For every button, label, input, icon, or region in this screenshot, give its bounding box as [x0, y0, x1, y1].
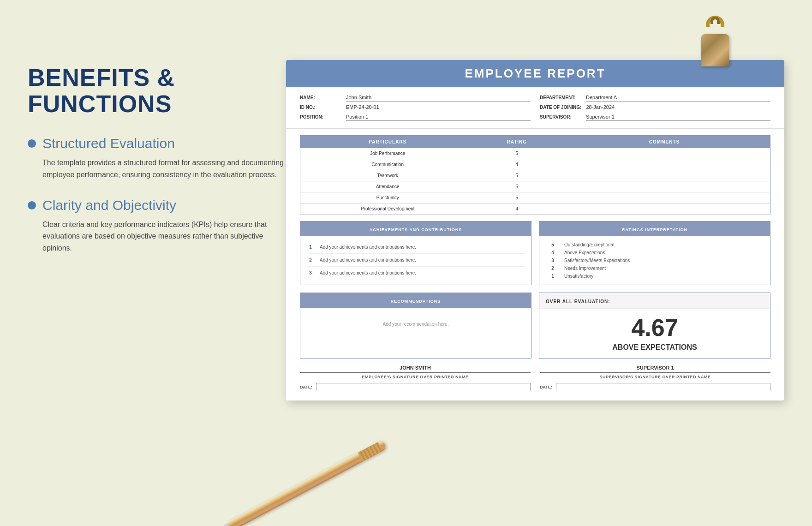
comment-cell	[559, 203, 770, 215]
rating-cell: 5	[475, 181, 559, 192]
left-panel: BENEFITS & FUNCTIONS Structured Evaluati…	[28, 65, 286, 270]
ratings-block: RATINGS INTERPRETATION 5Outstanding/Exce…	[539, 221, 770, 285]
employee-date-row: DATE:	[300, 383, 531, 391]
benefit-title-2: Clarity and Objectivity	[42, 197, 176, 213]
info-dept-row: DEPARTEMENT: Department A	[540, 95, 770, 102]
achievements-header: ACHIEVEMENTS AND CONTRIBUTIONS	[300, 221, 531, 236]
particular-cell: Attendance	[300, 181, 475, 192]
pen-tip	[223, 518, 240, 526]
bullet-icon-2	[28, 201, 36, 209]
report-card: EMPLOYEE REPORT NAME: John Smith DEPARTE…	[286, 60, 784, 400]
eval-header: OVER ALL EVALUATION:	[539, 293, 770, 309]
pen-decoration	[202, 403, 417, 526]
info-supervisor-row: SUPERVISOR: Supervisor 1	[540, 114, 770, 121]
supervisor-date-row: DATE:	[540, 383, 770, 391]
comment-cell	[559, 170, 770, 181]
comment-cell	[559, 159, 770, 170]
ratings-label: Satisfactory/Meets Expectations	[564, 258, 764, 263]
ratings-label: Needs Improvement	[564, 266, 764, 271]
ratings-item: 2Needs Improvement	[546, 264, 764, 272]
particular-cell: Communication	[300, 159, 475, 170]
position-value: Position 1	[346, 114, 531, 121]
table-row: Attendance5	[300, 181, 770, 192]
name-value: John Smith	[346, 95, 531, 102]
benefit-heading-2: Clarity and Objectivity	[28, 197, 286, 213]
benefit-title-1: Structured Evaluation	[42, 136, 175, 151]
achievement-num: 2	[307, 257, 314, 263]
employee-sig-block: JOHN SMITH EMPLOYEE'S SIGNATURE OVER PRI…	[300, 365, 531, 391]
info-id-row: ID NO.: EMP-24-20-01	[300, 104, 531, 111]
performance-table: PARTICULARS RATING COMMENTS Job Performa…	[300, 135, 770, 215]
particular-cell: Punctuality	[300, 192, 475, 203]
col-particulars: PARTICULARS	[300, 136, 475, 149]
ratings-score: 1	[546, 274, 560, 279]
particular-cell: Teamwork	[300, 170, 475, 181]
supervisor-sig-title: SUPERVISOR'S SIGNATURE OVER PRINTED NAME	[540, 375, 770, 379]
position-label: POSITION:	[300, 114, 341, 120]
achievement-item: 3Add your achievements and contributions…	[307, 267, 525, 279]
clip-inner	[710, 17, 720, 24]
ratings-score: 2	[546, 266, 560, 271]
achievement-item: 2Add your achievements and contributions…	[307, 254, 525, 267]
rating-cell: 5	[475, 148, 559, 159]
employee-sig-title: EMPLOYEE'S SIGNATURE OVER PRINTED NAME	[300, 375, 531, 379]
achievement-text: Add your achievements and contributions …	[320, 270, 416, 275]
ratings-item: 1Unsatisfactory	[546, 272, 764, 280]
particular-cell: Professional Development	[300, 203, 475, 215]
table-row: Teamwork5	[300, 170, 770, 181]
comment-cell	[559, 192, 770, 203]
doj-value: 28-Jan-2024	[586, 104, 770, 111]
recommendations-header: RECOMMENDATIONS	[300, 293, 531, 308]
clip-arch	[706, 16, 724, 27]
ratings-label: Unsatisfactory	[564, 274, 764, 279]
table-row: Professional Development4	[300, 203, 770, 215]
table-row: Job Performance5	[300, 148, 770, 159]
benefit-heading-1: Structured Evaluation	[28, 136, 286, 151]
rating-cell: 5	[475, 192, 559, 203]
clip-body	[701, 34, 729, 66]
bottom-grid: ACHIEVEMENTS AND CONTRIBUTIONS 1Add your…	[300, 221, 770, 359]
supervisor-value: Supervisor 1	[586, 114, 770, 121]
employee-sig-name: JOHN SMITH	[300, 365, 531, 373]
clipboard-clip	[697, 23, 734, 69]
eval-score: 4.67	[539, 309, 770, 343]
benefit-item-1: Structured Evaluation The template provi…	[28, 136, 286, 180]
recommendations-placeholder: Add your recommendation here.	[300, 308, 531, 340]
doj-label: DATE OF JOINING:	[540, 105, 581, 110]
ratings-header-text: RATINGS INTERPRETATION	[622, 227, 687, 232]
table-row: Communication4	[300, 159, 770, 170]
dept-value: Department A	[586, 95, 770, 102]
ratings-item: 4Above Expectations	[546, 249, 764, 257]
col-comments: COMMENTS	[559, 136, 770, 149]
ratings-score: 4	[546, 250, 560, 255]
recommendations-block: RECOMMENDATIONS Add your recommendation …	[300, 293, 531, 359]
comment-cell	[559, 148, 770, 159]
employee-info: NAME: John Smith DEPARTEMENT: Department…	[286, 87, 784, 129]
supervisor-sig-name: SUPERVISOR 1	[540, 365, 770, 373]
employee-date-box	[316, 383, 531, 391]
ratings-score: 3	[546, 258, 560, 263]
signature-section: JOHN SMITH EMPLOYEE'S SIGNATURE OVER PRI…	[300, 365, 770, 391]
ratings-item: 5Outstanding/Exceptional	[546, 241, 764, 249]
benefit-item-2: Clarity and Objectivity Clear criteria a…	[28, 197, 286, 254]
info-position-row: POSITION: Position 1	[300, 114, 531, 121]
ratings-label: Above Expectations	[564, 250, 764, 255]
dept-label: DEPARTEMENT:	[540, 95, 581, 100]
name-label: NAME:	[300, 95, 341, 100]
achievement-text: Add your achievements and contributions …	[320, 257, 416, 263]
achievement-num: 3	[307, 270, 314, 275]
comment-cell	[559, 181, 770, 192]
info-doj-row: DATE OF JOINING: 28-Jan-2024	[540, 104, 770, 111]
ratings-score: 5	[546, 242, 560, 247]
benefit-desc-2: Clear criteria and key performance indic…	[28, 219, 286, 254]
employee-date-label: DATE:	[300, 385, 312, 389]
id-label: ID NO.:	[300, 105, 341, 110]
achievement-text: Add your achievements and contributions …	[320, 245, 416, 250]
rating-cell: 5	[475, 170, 559, 181]
particular-cell: Job Performance	[300, 148, 475, 159]
eval-header-text: OVER ALL EVALUATION:	[546, 299, 610, 304]
achievements-header-text: ACHIEVEMENTS AND CONTRIBUTIONS	[370, 227, 462, 232]
recommendations-header-text: RECOMMENDATIONS	[391, 299, 441, 304]
supervisor-label: SUPERVISOR:	[540, 114, 581, 120]
id-value: EMP-24-20-01	[346, 104, 531, 111]
